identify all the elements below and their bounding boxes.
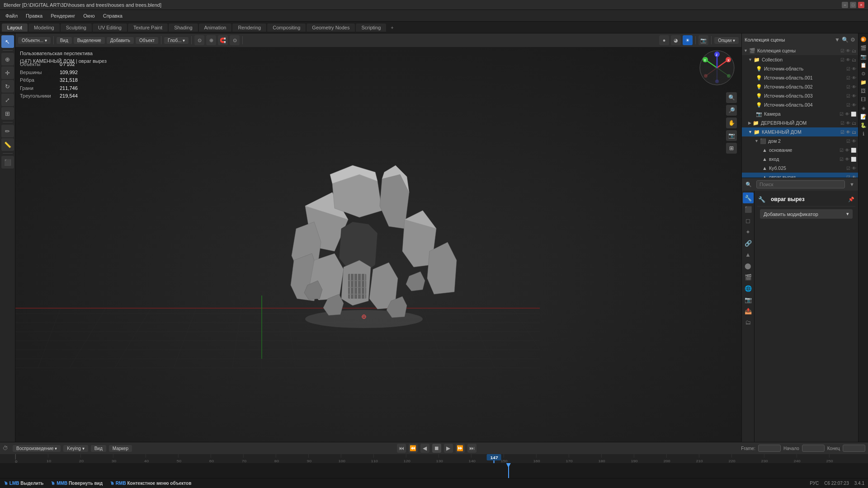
tab-rendering[interactable]: Rendering — [232, 23, 266, 32]
frb-node-icon[interactable]: ◈ — [859, 104, 868, 112]
tool-select[interactable]: ↖ — [1, 35, 14, 48]
add-workspace-button[interactable]: + — [387, 23, 397, 32]
outliner-stone-house[interactable]: ▼ 📁 КАМЕННЫЙ ДОМ ☑ 👁 🗂 — [742, 127, 858, 136]
outliner-dom2[interactable]: ▼ ⬛ дом 2 ☑ 👁 — [742, 136, 858, 145]
tool-transform[interactable]: ⊞ — [1, 107, 14, 120]
frb-blender-icon[interactable]: B — [859, 35, 868, 43]
add-modifier-button[interactable]: Добавить модификатор ▾ — [760, 209, 853, 219]
frb-info-icon[interactable]: ℹ — [859, 130, 868, 138]
step-back-btn[interactable]: ⏪ — [409, 444, 418, 453]
frb-image-icon[interactable]: 🖼 — [859, 87, 868, 95]
end-frame-input[interactable]: 250 — [843, 445, 865, 452]
props-icon-object[interactable]: ⬛ — [743, 204, 754, 215]
outliner-search-icon[interactable]: 🔍 — [842, 37, 849, 43]
tab-sculpting[interactable]: Sculpting — [61, 23, 92, 32]
frb-props-icon[interactable]: ⚙ — [859, 70, 868, 78]
frb-video-icon[interactable]: 🎞 — [859, 95, 868, 103]
tool-add-cube[interactable]: ⬛ — [1, 156, 14, 169]
frb-text-icon[interactable]: 📝 — [859, 113, 868, 121]
frb-outliner-icon[interactable]: 📋 — [859, 61, 868, 69]
proportional-edit-toggle[interactable]: ⊙ — [230, 35, 240, 45]
outliner-source-area[interactable]: 💡 Источник-область ☑ 👁 — [742, 64, 858, 73]
play-btn[interactable]: ▶ — [444, 444, 453, 453]
menu-edit[interactable]: Правка — [22, 12, 46, 19]
props-icon-modifier[interactable]: 🔧 — [743, 192, 754, 203]
jump-start-btn[interactable]: ⏮ — [397, 444, 406, 453]
play-reverse-btn[interactable]: ◀ — [420, 444, 429, 453]
start-frame-input[interactable]: 1 — [802, 445, 825, 452]
tab-animation[interactable]: Animation — [199, 23, 232, 32]
outliner-camera[interactable]: 📷 Камера ☑ 👁 ⬜ — [742, 109, 858, 118]
outliner-source-area-003[interactable]: 💡 Источник-область.003 ☑ 👁 — [742, 91, 858, 100]
props-icon-object-data[interactable]: ▲ — [743, 249, 754, 260]
viewport-orientation-gizmo[interactable]: X Y Z — [699, 50, 735, 86]
tool-move[interactable]: ✛ — [1, 66, 14, 79]
frb-python-icon[interactable]: 🐍 — [859, 121, 868, 129]
viewport[interactable]: Объектн... ▾ Вид Выделение Добавить Объе… — [15, 33, 741, 442]
material-preview-btn[interactable]: ◕ — [671, 35, 681, 45]
playback-dropdown[interactable]: Воспроизведение ▾ — [13, 445, 61, 452]
current-frame-input[interactable]: 147 — [758, 445, 781, 452]
jump-end-btn[interactable]: ⏭ — [467, 444, 476, 453]
zoom-in-btn[interactable]: 🔍 — [726, 92, 737, 103]
object-mode-dropdown[interactable]: Объектн... ▾ — [18, 37, 51, 44]
outliner-osnovaniye[interactable]: ▲ основание ☑ 👁 ⬜ — [742, 145, 858, 155]
tool-rotate[interactable]: ↻ — [1, 80, 14, 93]
keying-dropdown[interactable]: Keying ▾ — [63, 445, 88, 452]
outliner-scene-collection[interactable]: ▼ 🎬 Коллекция сцены ☑ 👁 🗂 — [742, 46, 858, 55]
outliner-filter-icon[interactable]: ▼ — [835, 37, 840, 43]
props-icon-constraints[interactable]: 🔗 — [743, 238, 754, 249]
props-icon-scene[interactable]: 🎬 — [743, 272, 754, 282]
global-dropdown[interactable]: Глоб... ▾ — [164, 37, 189, 44]
props-filter-dropdown[interactable]: ▼ — [849, 182, 854, 187]
props-icon-material[interactable]: ⬤ — [743, 260, 754, 271]
tool-annotate[interactable]: ✏ — [1, 125, 14, 137]
step-forward-btn[interactable]: ⏩ — [456, 444, 465, 453]
tab-shading[interactable]: Shading — [169, 23, 198, 32]
rendered-preview-btn[interactable]: ☀ — [683, 35, 693, 45]
options-btn[interactable]: Опции ▾ — [714, 37, 739, 44]
menu-render[interactable]: Рендеринг — [47, 12, 79, 19]
close-button[interactable]: × — [858, 2, 864, 8]
view-menu[interactable]: Вид — [57, 37, 72, 44]
outliner-source-area-004[interactable]: 💡 Источник-область.004 ☑ 👁 — [742, 100, 858, 109]
timeline-track[interactable] — [0, 463, 868, 478]
menu-file[interactable]: Файл — [2, 12, 21, 19]
menu-window[interactable]: Окно — [80, 12, 99, 19]
add-menu[interactable]: Добавить — [107, 37, 134, 44]
camera-view-ctrl-btn[interactable]: 📷 — [726, 130, 737, 141]
stop-btn[interactable]: ⏹ — [432, 444, 441, 453]
tool-cursor[interactable]: ⊕ — [1, 53, 14, 66]
outliner-source-area-002[interactable]: 💡 Источник-область.002 ☑ 👁 — [742, 82, 858, 91]
pan-view-btn[interactable]: ✋ — [726, 117, 737, 128]
outliner-settings-icon[interactable]: ⚙ — [850, 37, 855, 43]
outliner-wooden-house[interactable]: ▶ 📁 ДЕРЕВЯННЫЙ ДОМ ☑ 👁 🗂 — [742, 118, 858, 127]
outliner-source-area-001[interactable]: 💡 Источник-область.001 ☑ 👁 — [742, 73, 858, 82]
props-icon-render[interactable]: 📷 — [743, 294, 754, 305]
tab-compositing[interactable]: Compositing — [267, 23, 306, 32]
object-menu[interactable]: Объект — [136, 37, 158, 44]
outliner-kub025[interactable]: ▲ Куб.025 ☑ 👁 — [742, 164, 858, 173]
props-pin-icon[interactable]: 📌 — [848, 197, 854, 202]
props-search-input[interactable] — [756, 180, 845, 188]
viewport-gizmo-toggle[interactable]: ⊕ — [206, 35, 216, 45]
tab-uv-editing[interactable]: UV Editing — [93, 23, 127, 32]
outliner-collection[interactable]: ▼ 📁 Collection ☑ 👁 🗂 — [742, 55, 858, 64]
viewport-overlay-toggle[interactable]: ⊙ — [194, 35, 204, 45]
marker-dropdown[interactable]: Маркер — [109, 445, 132, 452]
select-menu[interactable]: Выделение — [74, 37, 105, 44]
maximize-button[interactable]: □ — [850, 2, 856, 8]
viewport-snap-toggle[interactable]: 🧲 — [218, 35, 228, 45]
props-icon-view-layer[interactable]: 🗂 — [743, 317, 754, 328]
timeline-ruler[interactable]: 0 10 20 30 40 50 60 70 80 90 1 — [0, 454, 868, 463]
props-icon-physics[interactable]: ◻ — [743, 215, 754, 226]
frb-scene-icon[interactable]: 🎬 — [859, 44, 868, 52]
tab-scripting[interactable]: Scripting — [356, 23, 386, 32]
outliner-vkhod[interactable]: ▲ вход ☑ 👁 ⬜ — [742, 155, 858, 164]
solid-shading-btn[interactable]: ● — [659, 35, 669, 45]
tab-layout[interactable]: Layout — [2, 23, 28, 32]
tool-measure[interactable]: 📏 — [1, 138, 14, 151]
minimize-button[interactable]: − — [842, 2, 848, 8]
frb-files-icon[interactable]: 📁 — [859, 78, 868, 86]
props-icon-particles[interactable]: ✦ — [743, 226, 754, 237]
